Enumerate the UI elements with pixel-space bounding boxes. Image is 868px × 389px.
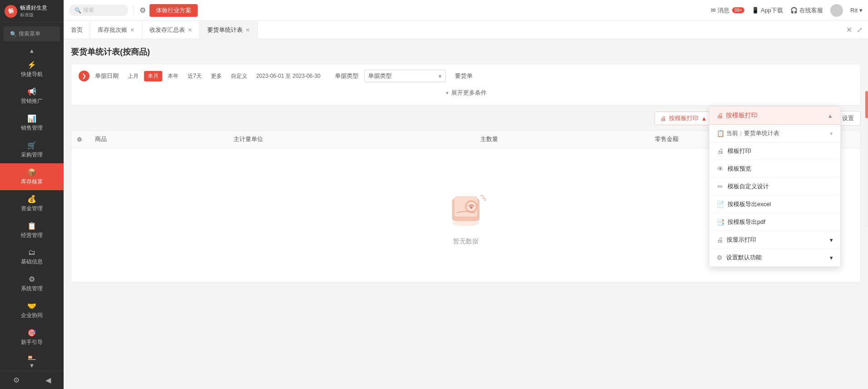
- sidebar-search[interactable]: 🔍 搜索菜单: [4, 26, 60, 41]
- order-type-select[interactable]: 单据类型 ▾: [364, 70, 446, 82]
- date-tab-7days[interactable]: 近7天: [184, 71, 205, 81]
- dropdown-printer-icon: 🖨: [717, 112, 723, 119]
- empty-illustration: [443, 185, 489, 230]
- quick-nav-icon: ⚡: [27, 61, 36, 69]
- tab-home[interactable]: 首页: [64, 21, 90, 39]
- tab-order-stats[interactable]: 要货单统计表 ✕: [200, 21, 258, 39]
- sidebar-item-collab[interactable]: 🤝 企业协同: [0, 297, 64, 324]
- export-excel-icon: 📄: [717, 201, 724, 208]
- tab-close-inventory-batch[interactable]: ✕: [130, 27, 135, 33]
- page-content: 要货单统计表(按商品) ❯ 单据日期 上月 本月 本年 近7天 更多 自定义 2…: [64, 39, 868, 389]
- tab-close-receivable-summary[interactable]: ✕: [188, 27, 192, 33]
- export-pdf-icon: 📑: [717, 218, 724, 226]
- inventory-icon: 📦: [27, 168, 36, 177]
- template-list-icon: 📋: [717, 130, 724, 137]
- svg-point-0: [452, 221, 479, 226]
- system-icon: ⚙: [29, 275, 35, 283]
- tab-expand-icon[interactable]: ⤢: [857, 25, 863, 34]
- filter-row: ❯ 单据日期 上月 本月 本年 近7天 更多 自定义 2023-06-01 至 …: [79, 70, 853, 82]
- app-download-btn[interactable]: 📱 App下载: [752, 6, 783, 15]
- logo-text: 畅通好生意 标准版: [20, 5, 47, 18]
- date-tab-custom[interactable]: 自定义: [227, 71, 251, 81]
- basics-icon: 🗂: [28, 248, 35, 257]
- topbar-search[interactable]: 🔍 搜索: [69, 5, 128, 16]
- sidebar-item-system[interactable]: ⚙ 系统管理: [0, 270, 64, 297]
- dropdown-item-export-pdf[interactable]: 📑 按模板导出pdf: [709, 213, 840, 231]
- scroll-up-btn[interactable]: ▲: [0, 45, 64, 56]
- sidebar-item-guide[interactable]: 🎯 新手引导: [0, 324, 64, 351]
- dropdown-item-template-preview[interactable]: 👁 模板预览: [709, 160, 840, 178]
- print-template-btn[interactable]: 🖨 按模板打印 ▲: [654, 111, 713, 125]
- date-tab-this-year[interactable]: 本年: [164, 71, 182, 81]
- sidebar-item-quick-nav[interactable]: ⚡ 快捷导航: [0, 56, 64, 83]
- user-avatar[interactable]: [830, 4, 843, 17]
- marketing-icon: 📢: [27, 87, 36, 96]
- template-preview-icon: 👁: [717, 165, 724, 172]
- trial-btn[interactable]: 体验行业方案: [150, 4, 198, 17]
- sidebar-item-appstore[interactable]: 🏪 应用中心: [0, 351, 64, 360]
- dropdown-group-display-print[interactable]: 🖨 按显示打印 ▾: [709, 231, 840, 249]
- col-qty: 主数量: [475, 131, 649, 148]
- current-template-item[interactable]: 📋 当前：要货单统计表 ▾: [709, 125, 840, 142]
- filter-expand-btn[interactable]: ▼ 展开更多条件: [79, 86, 853, 100]
- user-name[interactable]: Rit ▾: [850, 7, 863, 14]
- topbar-gear-icon[interactable]: ⚙: [140, 6, 146, 15]
- topbar-divider: [134, 6, 134, 15]
- template-design-icon: ✏: [717, 183, 724, 190]
- messages-btn[interactable]: ✉ 消息 99+: [711, 6, 744, 15]
- finance-icon: 💰: [27, 195, 36, 203]
- filter-bar: ❯ 单据日期 上月 本月 本年 近7天 更多 自定义 2023-06-01 至 …: [71, 64, 861, 106]
- logo-icon: 畅: [5, 5, 17, 18]
- sidebar-item-sales[interactable]: 📊 销售管理: [0, 110, 64, 136]
- template-print-icon: 🖨: [717, 147, 724, 155]
- tabbar-right: ✕ ⤢: [846, 25, 868, 34]
- col-settings[interactable]: ⚙: [71, 131, 90, 148]
- dropdown-item-export-excel[interactable]: 📄 按模板导出excel: [709, 196, 840, 213]
- sales-icon: 📊: [27, 114, 36, 123]
- messages-icon: ✉: [711, 7, 716, 14]
- topbar-search-icon: 🔍: [75, 7, 81, 14]
- printer-icon: 🖨: [660, 115, 666, 122]
- tab-inventory-batch[interactable]: 库存批次账 ✕: [90, 21, 142, 39]
- col-unit: 主计量单位: [228, 131, 475, 148]
- date-tabs: 上月 本月 本年 近7天 更多 自定义: [124, 71, 251, 81]
- footer-settings-icon[interactable]: ⚙: [13, 376, 20, 384]
- sidebar-item-purchase[interactable]: 🛒 采购管理: [0, 136, 64, 163]
- set-default-left: ⚙ 设置默认功能: [717, 253, 762, 262]
- dropdown-header-controls: ▲: [827, 112, 833, 119]
- order-type-value: 单据类型: [368, 72, 392, 80]
- col-product: 商品: [90, 131, 228, 148]
- dropdown-up-icon[interactable]: ▲: [827, 112, 833, 119]
- set-default-icon: ⚙: [717, 254, 723, 261]
- scroll-down-btn[interactable]: ▼: [0, 360, 64, 371]
- date-tab-this-month[interactable]: 本月: [144, 71, 162, 81]
- guide-icon: 🎯: [27, 328, 36, 337]
- display-print-icon: 🖨: [717, 236, 723, 243]
- sidebar-item-basics[interactable]: 🗂 基础信息: [0, 244, 64, 270]
- footer-collapse-icon[interactable]: ◀: [45, 376, 51, 384]
- tab-receivable-summary[interactable]: 收发存汇总表 ✕: [142, 21, 200, 39]
- headset-icon: 🎧: [790, 7, 798, 14]
- sidebar-item-operations[interactable]: 📋 经营管理: [0, 217, 64, 244]
- order-type-chevron-icon: ▾: [439, 73, 442, 80]
- date-tab-last-month[interactable]: 上月: [124, 71, 142, 81]
- settings-col-icon: ⚙: [77, 136, 82, 143]
- dropdown-group-set-default[interactable]: ⚙ 设置默认功能 ▾: [709, 249, 840, 267]
- sidebar-item-marketing[interactable]: 📢 营销推广: [0, 83, 64, 110]
- collab-icon: 🤝: [27, 302, 36, 310]
- dropdown-item-template-design[interactable]: ✏ 模板自定义设计: [709, 178, 840, 196]
- date-tab-more[interactable]: 更多: [207, 71, 225, 81]
- dropdown-item-template-print[interactable]: 🖨 模板打印: [709, 142, 840, 160]
- online-service-btn[interactable]: 🎧 在线客服: [790, 6, 823, 15]
- sidebar-footer: ⚙ ◀: [0, 371, 64, 389]
- operations-icon: 📋: [27, 222, 36, 230]
- sidebar: 畅 畅通好生意 标准版 🔍 搜索菜单 ▲ ⚡ 快捷导航 📢 营销推广 📊 销售管…: [0, 0, 64, 389]
- tab-close-all-icon[interactable]: ✕: [846, 25, 852, 34]
- sidebar-item-inventory[interactable]: 📦 库存核算: [0, 163, 64, 190]
- sidebar-item-finance[interactable]: 💰 资金管理: [0, 190, 64, 217]
- filter-collapse-btn[interactable]: ❯: [79, 71, 90, 81]
- right-scrollbar[interactable]: [865, 91, 868, 227]
- tab-close-order-stats[interactable]: ✕: [245, 27, 250, 33]
- scrollbar-thumb[interactable]: [865, 91, 868, 118]
- purchase-icon: 🛒: [27, 141, 36, 150]
